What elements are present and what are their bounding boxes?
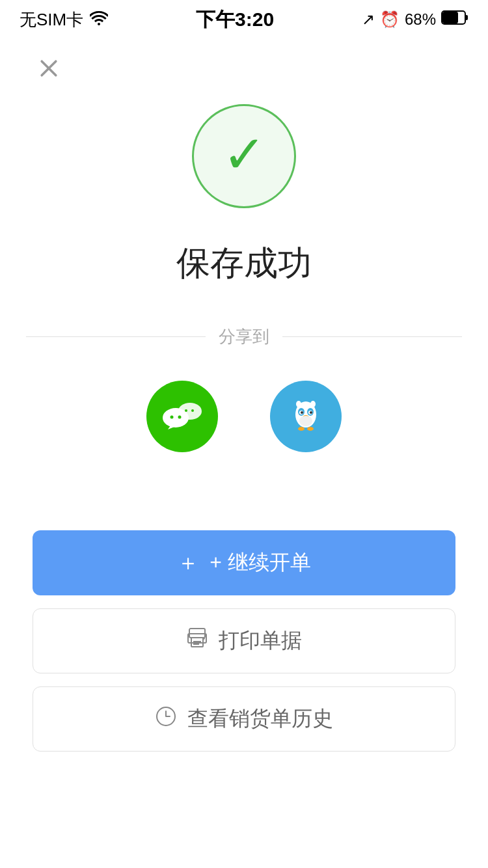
location-icon: ↗	[362, 10, 375, 29]
svg-point-6	[178, 403, 202, 420]
svg-point-27	[202, 637, 205, 640]
svg-point-22	[296, 401, 301, 407]
svg-point-7	[170, 416, 174, 419]
svg-rect-2	[442, 12, 458, 23]
wechat-share-button[interactable]	[146, 381, 218, 452]
status-left: 无SIM卡	[20, 8, 108, 31]
svg-point-23	[310, 401, 316, 407]
alarm-icon: ⏰	[380, 10, 400, 29]
checkmark-icon: ✓	[223, 129, 266, 181]
divider-left	[26, 336, 206, 337]
wifi-icon	[90, 10, 108, 30]
history-icon	[155, 705, 177, 733]
svg-point-20	[298, 427, 305, 431]
print-label: 打印单据	[219, 627, 302, 655]
print-icon	[186, 627, 208, 655]
history-button[interactable]: 查看销货单历史	[33, 686, 455, 752]
continue-button[interactable]: ＋ + 继续开单	[33, 530, 455, 595]
main-content: ✓ 保存成功 分享到	[0, 39, 488, 752]
share-icons	[0, 381, 488, 452]
share-divider: 分享到	[0, 325, 488, 348]
svg-point-19	[299, 416, 312, 426]
success-circle: ✓	[192, 104, 296, 208]
qq-share-button[interactable]	[270, 381, 342, 452]
success-title: 保存成功	[176, 241, 312, 286]
status-right: ↗ ⏰ 68%	[362, 10, 468, 29]
svg-point-17	[310, 411, 312, 414]
carrier-text: 无SIM卡	[20, 8, 83, 31]
continue-label: + 继续开单	[210, 549, 311, 577]
svg-point-10	[191, 409, 194, 412]
close-button[interactable]	[33, 52, 65, 85]
svg-point-9	[185, 409, 187, 412]
svg-point-8	[178, 416, 182, 419]
svg-rect-1	[465, 15, 468, 20]
divider-right	[282, 336, 462, 337]
svg-point-21	[307, 427, 314, 431]
status-bar: 无SIM卡 下午3:20 ↗ ⏰ 68%	[0, 0, 488, 39]
buttons-section: ＋ + 继续开单 打印单据	[0, 530, 488, 752]
battery-icon	[441, 10, 468, 29]
share-section: 分享到	[0, 325, 488, 459]
status-time: 下午3:20	[196, 7, 274, 33]
battery-percentage: 68%	[405, 10, 436, 29]
plus-icon: ＋	[177, 548, 199, 578]
history-label: 查看销货单历史	[187, 705, 333, 733]
svg-point-16	[301, 411, 303, 414]
print-button[interactable]: 打印单据	[33, 608, 455, 673]
share-label: 分享到	[206, 325, 282, 348]
